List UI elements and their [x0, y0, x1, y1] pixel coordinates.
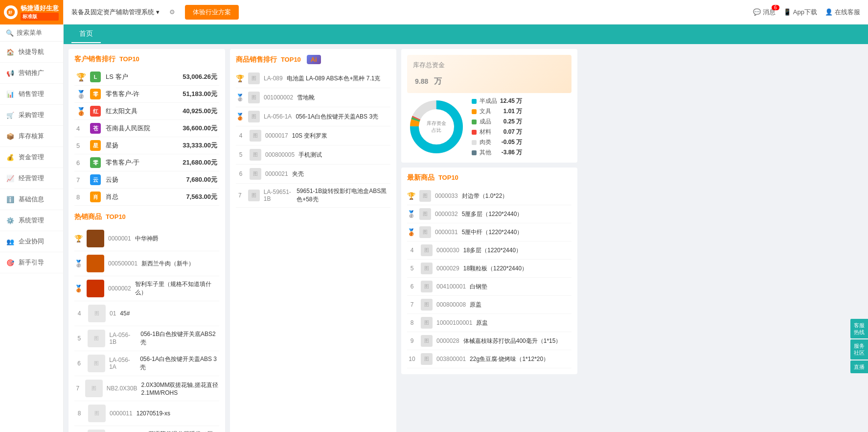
live-broadcast-btn[interactable]: 直播: [850, 360, 868, 373]
customer-ranking-row: 8 肖 肖总 7,563.00元: [74, 189, 219, 206]
right-panel: 库存总资金 9.88 万: [401, 49, 577, 432]
legend-item: 材料 0.07 万: [472, 128, 522, 136]
sidebar-item-label-3: 采购管理: [19, 111, 44, 120]
sidebar-item-purchase[interactable]: 🛒 采购管理: [0, 105, 63, 126]
product-sales-item: 🥉 图 LA-056-1A 056-1A白色按键开关盖ABS 3壳: [236, 107, 390, 126]
product-sales-item: 7 图 LA-59651-1B 59651-1B旋转投影灯电池盒ABS黑色+58…: [236, 184, 390, 208]
latest-products-card: 最新商品 TOP10 🏆 图 0000033 封边带（1.0*22） 🥈 图 0…: [401, 168, 577, 374]
legend-dot: [472, 130, 477, 135]
legend-dot: [472, 120, 477, 124]
svg-point-7: [423, 113, 450, 141]
sidebar-item-label-9: 企业协同: [19, 237, 44, 246]
sidebar-item-label-5: 资金管理: [19, 153, 44, 162]
hot-products-list: 🏆 0000001 中华神爵 🥈 000500001 新西兰牛肉（新牛） 🥉 0…: [74, 226, 219, 432]
sidebar: 好 畅捷通好生意 标准版 🔍 搜索菜单 🏠 快捷导航 📢 营销推广 📊 销售管理…: [0, 0, 64, 432]
customer-ranking-row: 7 云 云扬 7,680.00元: [74, 171, 219, 189]
mobile-icon: 📱: [783, 8, 791, 16]
sidebar-item-inventory[interactable]: 📦 库存核算: [0, 126, 63, 147]
legend-item: 文具 1.01 万: [472, 107, 522, 116]
latest-product-item: 🥉 图 0000031 5厘中纤（1220*2440）: [407, 223, 571, 241]
sidebar-item-label-10: 新手引导: [19, 258, 44, 267]
inventory-amount: 9.88 万: [413, 72, 566, 87]
experience-btn[interactable]: 体验行业方案: [185, 5, 239, 20]
online-service-label: 在线客服: [835, 8, 860, 17]
latest-products-title: 最新商品 TOP10: [407, 173, 571, 182]
legend-label: 半成品: [480, 97, 497, 105]
latest-product-item: 5 图 0000029 18颗粒板（1220*2440）: [407, 260, 571, 278]
sidebar-item-guide[interactable]: 🎯 新手引导: [0, 252, 63, 273]
nav-tabs: 首页: [64, 24, 868, 44]
basic-info-icon: ℹ️: [6, 195, 15, 204]
product-sales-item: 4 图 0000017 10S 变利罗浆: [236, 126, 390, 145]
search-menu-label: 搜索菜单: [17, 28, 42, 37]
latest-products-top10: TOP10: [438, 174, 458, 181]
legend-value: 0.07 万: [503, 128, 523, 136]
sales-icon: 📊: [6, 90, 15, 98]
customer-ranking-row: 🏆 L LS 客户 53,006.26元: [74, 69, 219, 86]
topbar: 装备及固定资产辅助管理系统 ▾ ⚙ 体验行业方案 💬 消息 6 📱 App下载 …: [64, 0, 868, 24]
app-tag: 标准版: [21, 13, 59, 21]
customer-ranking-row: 🥈 零 零售客户-许 51,183.00元: [74, 86, 219, 103]
sidebar-item-label-4: 库存核算: [19, 132, 44, 141]
donut-legend: 半成品 12.45 万 文具 1.01 万 成品 0.25 万 材料 0.07 …: [472, 97, 522, 157]
latest-product-item: 🥈 图 0000032 5厘多层（1220*2440）: [407, 205, 571, 223]
app-download-btn[interactable]: 📱 App下载: [783, 8, 817, 17]
hot-product-item: 🥈 000500001 新西兰牛肉（新牛）: [74, 251, 219, 276]
sidebar-item-home[interactable]: 🏠 快捷导航: [0, 42, 63, 63]
legend-label: 材料: [480, 128, 501, 136]
service-icon: 👤: [825, 8, 833, 16]
customer-ranking-table: 🏆 L LS 客户 53,006.26元 🥈 零 零售客户-许 51,183.0…: [74, 69, 219, 206]
guide-icon: 🎯: [6, 258, 15, 267]
sidebar-item-operations[interactable]: 📈 经营管理: [0, 168, 63, 189]
latest-product-item: 🏆 图 0000033 封边带（1.0*22）: [407, 187, 571, 205]
home-tab[interactable]: 首页: [71, 25, 101, 43]
service-community-btn[interactable]: 服务社区: [850, 339, 868, 360]
sidebar-item-label-6: 经营管理: [19, 174, 44, 183]
hot-product-item: 9 图 KK-SD22110H 花语萌值温分腿睡袋（厚款）: [74, 426, 219, 432]
latest-product-item: 4 图 0000030 18多层（1220*2440）: [407, 241, 571, 260]
customer-service-btn[interactable]: 客服热线: [850, 319, 868, 339]
sidebar-item-sales[interactable]: 📊 销售管理: [0, 84, 63, 105]
search-menu[interactable]: 🔍 搜索菜单: [0, 24, 63, 42]
product-sales-title: 商品销售排行 TOP10 Ai: [236, 55, 390, 64]
legend-value: -3.86 万: [502, 148, 523, 157]
legend-dot: [472, 150, 477, 155]
message-badge[interactable]: 💬 消息 6: [753, 8, 776, 17]
sidebar-logo: 好 畅捷通好生意 标准版: [0, 0, 63, 24]
sidebar-item-label-2: 销售管理: [19, 90, 44, 98]
latest-product-item: 9 图 0000028 体械嘉枝味苏打饮品400毫升（1*15）: [407, 332, 571, 350]
product-sales-top10: TOP10: [281, 56, 301, 63]
customer-ranking-top10: TOP10: [119, 55, 139, 63]
legend-item: 肉类 -0.05 万: [472, 138, 522, 146]
sidebar-item-enterprise[interactable]: 👥 企业协同: [0, 231, 63, 252]
legend-label: 成品: [480, 118, 501, 126]
sidebar-item-label-0: 快捷导航: [19, 48, 44, 56]
hot-product-item: 4 图 01 45#: [74, 301, 219, 326]
sidebar-item-system[interactable]: ⚙️ 系统管理: [0, 210, 63, 231]
home-icon: 🏠: [6, 48, 15, 56]
ai-badge: Ai: [307, 55, 321, 63]
svg-text:好: 好: [8, 10, 13, 15]
sidebar-item-label-8: 系统管理: [19, 216, 44, 225]
legend-label: 其他: [480, 148, 499, 157]
sidebar-item-finance[interactable]: 💰 资金管理: [0, 147, 63, 168]
system-icon: ⚙️: [6, 216, 15, 225]
enterprise-icon: 👥: [6, 237, 15, 246]
search-icon: 🔍: [6, 29, 14, 37]
hot-product-item: 7 图 NB2.0X30B 2.0X30MM双搓花轴,搓花直径2.1MM/ROH…: [74, 376, 219, 401]
latest-product-item: 8 图 10000100001 原盅: [407, 314, 571, 332]
online-service-btn[interactable]: 👤 在线客服: [825, 8, 860, 17]
legend-value: 12.45 万: [500, 97, 522, 105]
megaphone-icon: 📢: [6, 69, 15, 77]
sidebar-item-marketing[interactable]: 📢 营销推广: [0, 63, 63, 84]
legend-label: 肉类: [480, 138, 499, 146]
settings-icon[interactable]: ⚙: [165, 5, 179, 19]
legend-item: 其他 -3.86 万: [472, 148, 522, 157]
customer-ranking-row: 🥉 红 红太阳文具 40,925.00元: [74, 103, 219, 120]
hot-product-item: 8 图 0000011 12070519-xs: [74, 401, 219, 426]
system-selector[interactable]: 装备及固定资产辅助管理系统 ▾: [71, 8, 160, 17]
float-buttons: 客服热线 服务社区 直播: [850, 319, 868, 373]
sidebar-item-basic-info[interactable]: ℹ️ 基础信息: [0, 189, 63, 210]
product-sales-list: 🏆 图 LA-089 电池盖 LA-089 ABS本色+黑种 7.1克 🥈 图 …: [236, 69, 390, 208]
legend-dot: [472, 109, 477, 114]
